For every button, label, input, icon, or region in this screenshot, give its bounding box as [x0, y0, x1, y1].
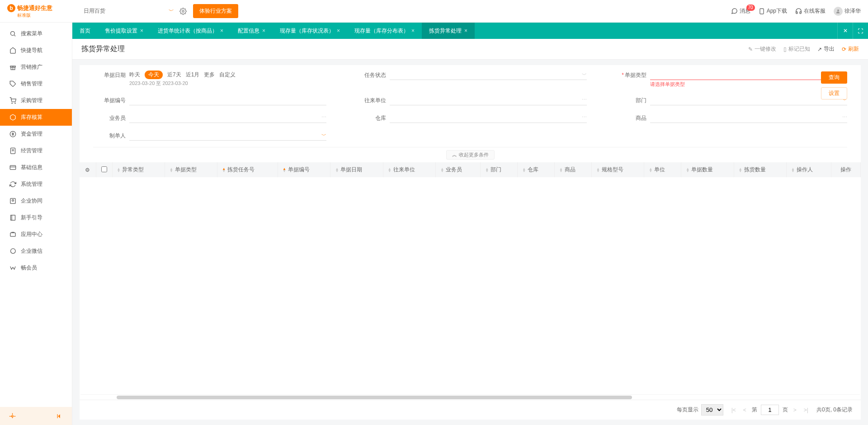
messages-button[interactable]: 消息 70	[731, 7, 750, 15]
doc-no-input[interactable]	[129, 96, 326, 105]
sidebar-item-6[interactable]: 资金管理	[0, 126, 72, 142]
more-icon[interactable]: ⋯	[582, 114, 587, 120]
app-download-button[interactable]: App下载	[759, 7, 787, 15]
last-page-button[interactable]: >|	[802, 406, 810, 414]
task-status-select[interactable]	[390, 71, 587, 80]
close-icon[interactable]: ×	[140, 28, 143, 34]
first-page-button[interactable]: |<	[730, 406, 738, 414]
collapse-sidebar-icon[interactable]	[56, 413, 63, 420]
date-shortcut[interactable]: 近1月	[186, 71, 200, 79]
column-header[interactable]: ▲▼拣货数量	[734, 162, 786, 177]
sidebar-item-1[interactable]: 快捷导航	[0, 42, 72, 59]
mark-known-button[interactable]: ▯ 标记已知	[783, 45, 810, 53]
sort-icon: ▲▼	[117, 168, 121, 172]
date-shortcut[interactable]: 昨天	[129, 71, 140, 79]
date-shortcut[interactable]: 近7天	[167, 71, 181, 79]
online-service-button[interactable]: 在线客服	[795, 7, 826, 15]
horizontal-scrollbar[interactable]	[80, 394, 860, 400]
operator-input[interactable]	[129, 113, 326, 123]
sidebar-item-9[interactable]: 系统管理	[0, 176, 72, 193]
tab-1[interactable]: 售价提取设置×	[98, 23, 151, 39]
dept-select[interactable]	[650, 96, 847, 105]
fullscreen-button[interactable]	[853, 23, 868, 39]
logo-subtitle: 标准版	[17, 12, 73, 19]
next-page-button[interactable]: >	[792, 406, 798, 414]
settings-button[interactable]: 设置	[821, 87, 847, 99]
chevron-down-icon[interactable]: ﹀	[321, 132, 326, 139]
date-shortcut[interactable]: 自定义	[219, 71, 236, 79]
chevron-down-icon[interactable]: ﹀	[582, 71, 587, 78]
column-header[interactable]: ▲▼往来单位	[383, 162, 435, 177]
partner-input[interactable]	[390, 96, 587, 105]
user-menu[interactable]: 徐泽华	[834, 7, 861, 16]
prev-page-button[interactable]: <	[741, 406, 748, 414]
more-icon[interactable]: ⋯	[582, 97, 587, 103]
column-header[interactable]: ▲▼业务员	[436, 162, 481, 177]
vip-icon	[9, 264, 16, 272]
sidebar-item-4[interactable]: 采购管理	[0, 92, 72, 109]
tab-label: 拣货异常处理	[429, 27, 462, 35]
more-icon[interactable]: ⋯	[321, 114, 326, 120]
sidebar-item-0[interactable]: 搜索菜单	[0, 25, 72, 42]
column-header[interactable]: ▲▼部门	[481, 162, 518, 177]
sidebar-item-8[interactable]: 基础信息	[0, 159, 72, 176]
refresh-button[interactable]: ⟳ 刷新	[842, 45, 859, 53]
select-all-checkbox[interactable]	[101, 166, 107, 172]
sidebar-item-14[interactable]: 畅会员	[0, 260, 72, 276]
org-selector[interactable]: 日用百货 ﹀	[84, 7, 174, 15]
tab-4[interactable]: 现存量（库存状况表）×	[273, 23, 347, 39]
sidebar-item-2[interactable]: 营销推广	[0, 59, 72, 76]
sidebar-item-7[interactable]: 经营管理	[0, 142, 72, 159]
gear-icon[interactable]	[179, 8, 187, 15]
sidebar-item-11[interactable]: 新手引导	[0, 209, 72, 226]
results-table: ⚙▲▼异常类型▲▼单据类型▲▼拣货任务号▲▼单据编号▲▼单据日期▲▼往来单位▲▼…	[80, 162, 861, 420]
column-header[interactable]: ▲▼异常类型	[112, 162, 165, 177]
page-size-select[interactable]: 50	[701, 404, 723, 416]
tab-5[interactable]: 现存量（库存分布表）×	[347, 23, 422, 39]
product-input[interactable]	[650, 113, 847, 123]
sidebar-item-13[interactable]: 企业微信	[0, 243, 72, 260]
close-icon[interactable]: ×	[337, 28, 340, 34]
sidebar-item-10[interactable]: 企业协同	[0, 193, 72, 209]
close-icon[interactable]: ×	[262, 28, 265, 34]
column-header[interactable]: ▲▼单据数量	[681, 162, 734, 177]
close-icon[interactable]: ×	[411, 28, 415, 34]
sort-icon: ▲▼	[686, 168, 689, 172]
collapse-filters-button[interactable]: ︽ 收起更多条件	[446, 150, 495, 160]
close-icon[interactable]: ×	[220, 28, 223, 34]
chat-icon	[9, 248, 16, 255]
column-header[interactable]: 操作	[831, 162, 861, 177]
sidebar-item-12[interactable]: 应用中心	[0, 226, 72, 243]
close-all-tabs-button[interactable]: ✕	[837, 23, 853, 39]
page-number-input[interactable]	[761, 405, 779, 415]
table-settings-icon[interactable]: ⚙	[85, 167, 90, 173]
sidebar-item-5[interactable]: 库存核算	[0, 109, 72, 126]
date-shortcut[interactable]: 今天	[145, 71, 163, 79]
column-header[interactable]: ▲▼单位	[644, 162, 681, 177]
settings-icon[interactable]	[9, 413, 16, 420]
try-solution-button[interactable]: 体验行业方案	[193, 4, 238, 18]
sidebar-item-3[interactable]: 销售管理	[0, 76, 72, 92]
column-header[interactable]: ▲▼规格型号	[591, 162, 644, 177]
batch-edit-button[interactable]: ✎ 一键修改	[748, 45, 776, 53]
close-icon[interactable]: ×	[464, 28, 467, 34]
tab-0[interactable]: 首页	[72, 23, 98, 39]
column-header[interactable]: ▲▼拣货任务号	[217, 162, 278, 177]
tab-3[interactable]: 配置信息×	[231, 23, 273, 39]
maker-select[interactable]	[129, 131, 326, 141]
scrollbar-thumb[interactable]	[117, 396, 632, 399]
column-header[interactable]: ▲▼商品	[555, 162, 592, 177]
column-header[interactable]: ▲▼单据编号	[278, 162, 330, 177]
tab-6[interactable]: 拣货异常处理×	[422, 23, 475, 39]
export-button[interactable]: ↗ 导出	[817, 45, 835, 53]
warehouse-input[interactable]	[390, 113, 587, 123]
tab-2[interactable]: 进货单统计表（按商品）×	[151, 23, 231, 39]
doc-type-select[interactable]	[650, 71, 847, 80]
column-header[interactable]: ▲▼操作人	[787, 162, 831, 177]
query-button[interactable]: 查询	[821, 71, 847, 84]
date-shortcut[interactable]: 更多	[204, 71, 215, 79]
more-icon[interactable]: ⋯	[842, 114, 847, 120]
column-header[interactable]: ▲▼单据类型	[165, 162, 217, 177]
column-header[interactable]: ▲▼仓库	[518, 162, 555, 177]
column-header[interactable]: ▲▼单据日期	[330, 162, 383, 177]
